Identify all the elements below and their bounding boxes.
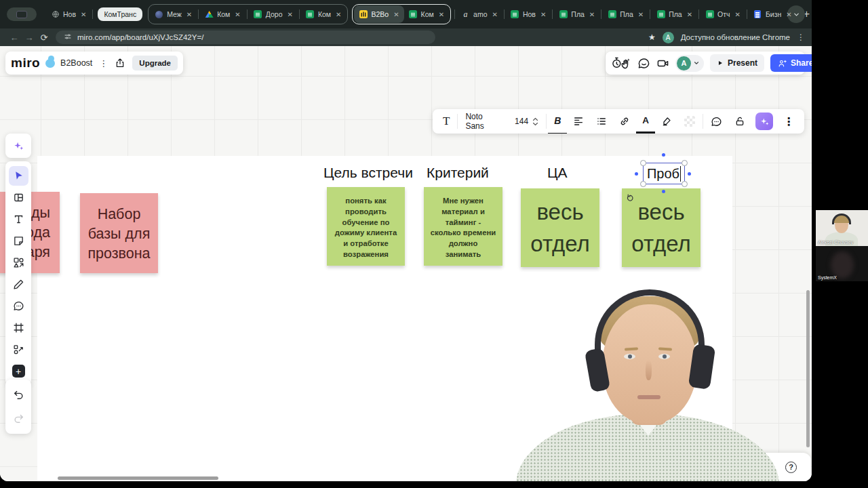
column-header-text[interactable]: ЦА bbox=[547, 165, 568, 181]
window-controls-pill[interactable] bbox=[7, 7, 37, 21]
bookmark-star-icon[interactable]: ★ bbox=[648, 33, 656, 42]
browser-tab[interactable]: Нов✕ bbox=[46, 5, 91, 23]
browser-tab-active[interactable]: B2Bo✕ bbox=[354, 5, 403, 23]
browser-tab[interactable]: aamo✕ bbox=[456, 5, 502, 23]
sticky-note-green[interactable]: понять какпроводитьобучение подожиму кли… bbox=[327, 187, 405, 266]
comment-icon[interactable] bbox=[705, 109, 728, 134]
browser-tab[interactable]: Ком✕ bbox=[200, 5, 245, 23]
ai-assist-button[interactable] bbox=[751, 109, 777, 134]
connector-anchor-dot[interactable] bbox=[688, 172, 691, 176]
board-name[interactable]: B2Boost bbox=[60, 58, 92, 68]
tab-close-icon[interactable]: ✕ bbox=[540, 11, 546, 18]
board-menu-icon[interactable]: ⋮ bbox=[98, 58, 109, 68]
column-header-text[interactable]: Цель встречи bbox=[323, 165, 413, 181]
miro-logo[interactable]: miro bbox=[11, 56, 40, 70]
video-camera-icon[interactable] bbox=[656, 57, 669, 70]
align-left-icon[interactable] bbox=[567, 109, 590, 134]
select-cursor-icon[interactable] bbox=[9, 166, 28, 186]
browser-tab[interactable]: Бизн✕ bbox=[749, 5, 797, 23]
vertical-scrollbar[interactable] bbox=[806, 290, 810, 447]
tab-close-icon[interactable]: ✕ bbox=[336, 11, 341, 18]
tab-close-icon[interactable]: ✕ bbox=[638, 11, 644, 18]
browser-tab[interactable]: Пла✕ bbox=[652, 5, 697, 23]
forward-icon[interactable]: → bbox=[22, 33, 37, 43]
comment-icon[interactable] bbox=[9, 296, 28, 316]
chrome-profile-avatar[interactable]: A bbox=[663, 32, 674, 43]
selection-handle[interactable] bbox=[640, 181, 646, 187]
tab-close-icon[interactable]: ✕ bbox=[735, 11, 741, 18]
upgrade-button[interactable]: Upgrade bbox=[132, 56, 178, 70]
text-edit-box[interactable]: Проб bbox=[643, 163, 685, 184]
tab-close-icon[interactable]: ✕ bbox=[589, 11, 595, 18]
column-header-text[interactable]: Критерий bbox=[427, 165, 489, 181]
help-button[interactable]: ? bbox=[785, 462, 797, 473]
bullet-list-icon[interactable] bbox=[590, 109, 613, 134]
rotate-handle-icon[interactable] bbox=[626, 192, 635, 205]
add-icon[interactable]: + bbox=[9, 361, 28, 381]
apps-icon[interactable] bbox=[9, 340, 28, 359]
sticky-note-green[interactable]: Мне нуженматериал итайминг -сколько врем… bbox=[424, 187, 502, 266]
miro-board-canvas[interactable]: дыодааря Наборбазы дляпрозвона понять ка… bbox=[0, 46, 812, 481]
url-field[interactable]: miro.com/app/board/uXjVJcSZ42Y=/ bbox=[56, 30, 435, 44]
font-size-control[interactable]: 144 bbox=[509, 109, 545, 134]
site-info-icon[interactable] bbox=[64, 31, 72, 43]
redo-icon[interactable] bbox=[9, 409, 28, 428]
tab-close-icon[interactable]: ✕ bbox=[186, 11, 192, 18]
tab-close-icon[interactable]: ✕ bbox=[687, 11, 692, 18]
connector-anchor-dot[interactable] bbox=[662, 153, 665, 157]
tab-close-icon[interactable]: ✕ bbox=[439, 11, 444, 18]
tab-group-label[interactable]: КомТранс bbox=[98, 7, 142, 21]
templates-icon[interactable] bbox=[9, 188, 28, 207]
text-icon[interactable] bbox=[9, 209, 28, 229]
chrome-update-notice[interactable]: Доступно обновление Chrome bbox=[681, 33, 790, 41]
connector-anchor-dot[interactable] bbox=[635, 172, 638, 176]
export-icon[interactable] bbox=[115, 58, 125, 68]
selection-handle[interactable] bbox=[682, 160, 688, 166]
sticky-note-green[interactable]: весьотдел bbox=[521, 188, 599, 267]
shapes-icon[interactable] bbox=[9, 253, 28, 272]
tab-close-icon[interactable]: ✕ bbox=[492, 11, 498, 18]
user-avatar-menu[interactable]: A bbox=[675, 55, 704, 72]
more-options-icon[interactable]: ⋮ bbox=[777, 109, 800, 134]
browser-tab[interactable]: Пла✕ bbox=[603, 5, 648, 23]
sticky-note-pink[interactable]: Наборбазы дляпрозвона bbox=[80, 193, 158, 273]
undo-icon[interactable] bbox=[9, 385, 28, 405]
font-size-value[interactable]: 144 bbox=[515, 117, 528, 126]
horizontal-scrollbar[interactable] bbox=[58, 476, 218, 480]
browser-tab[interactable]: Пла✕ bbox=[554, 5, 599, 23]
link-icon[interactable] bbox=[613, 109, 636, 134]
browser-tab[interactable]: Ком✕ bbox=[301, 5, 347, 23]
fill-pattern-icon[interactable] bbox=[678, 109, 701, 134]
refresh-icon[interactable]: ⟳ bbox=[37, 33, 52, 43]
pen-icon[interactable] bbox=[9, 274, 28, 294]
tab-close-icon[interactable]: ✕ bbox=[287, 11, 292, 18]
browser-tab[interactable]: Ком✕ bbox=[404, 5, 450, 23]
browser-tab[interactable]: Отч✕ bbox=[701, 5, 745, 23]
present-button[interactable]: Present bbox=[710, 54, 764, 72]
reactions-timer-icon[interactable] bbox=[611, 56, 631, 70]
highlighter-icon[interactable] bbox=[655, 109, 678, 134]
frame-icon[interactable] bbox=[9, 318, 28, 338]
tab-close-icon[interactable]: ✕ bbox=[786, 11, 791, 18]
tab-close-icon[interactable]: ✕ bbox=[235, 11, 240, 18]
share-button[interactable]: Share bbox=[770, 54, 812, 72]
selection-handle[interactable] bbox=[682, 181, 688, 187]
back-icon[interactable]: ← bbox=[7, 33, 22, 43]
tab-close-icon[interactable]: ✕ bbox=[81, 11, 86, 18]
browser-tab[interactable]: Меж✕ bbox=[150, 5, 197, 23]
font-size-stepper[interactable] bbox=[532, 117, 538, 126]
font-family-select[interactable]: Noto Sans bbox=[459, 109, 509, 134]
lock-open-icon[interactable] bbox=[728, 109, 751, 134]
chat-icon[interactable] bbox=[637, 57, 650, 70]
chrome-menu-icon[interactable]: ⋮ bbox=[797, 33, 805, 42]
text-style-icon[interactable]: T bbox=[437, 109, 456, 134]
browser-tab[interactable]: Доро✕ bbox=[249, 5, 298, 23]
ai-sparkle-icon[interactable] bbox=[9, 136, 28, 156]
tab-close-icon[interactable]: ✕ bbox=[393, 11, 399, 18]
selection-handle[interactable] bbox=[640, 160, 646, 166]
connector-anchor-dot[interactable] bbox=[662, 190, 665, 193]
browser-tab[interactable]: Нов✕ bbox=[506, 5, 551, 23]
sticky-note-icon[interactable] bbox=[9, 231, 28, 251]
bold-button[interactable]: B bbox=[548, 109, 567, 134]
text-color-button[interactable]: A bbox=[636, 109, 655, 134]
